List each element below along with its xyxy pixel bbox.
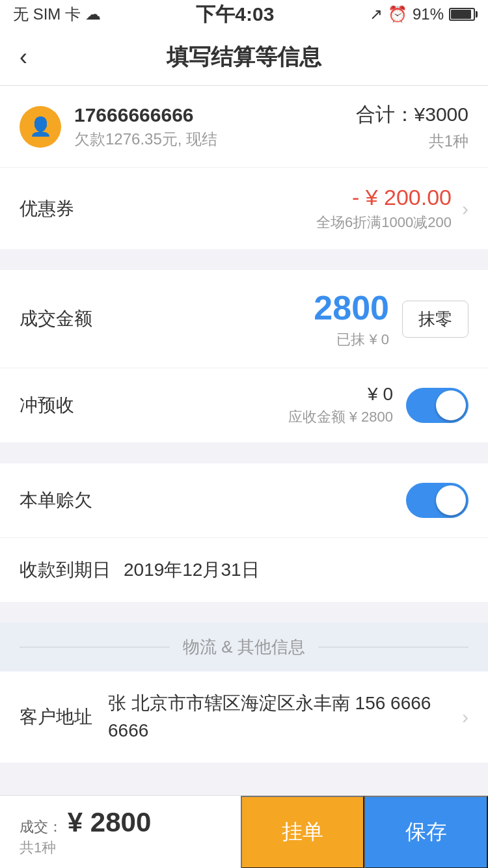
bottom-info: 成交： ¥ 2800 共1种 bbox=[0, 807, 241, 858]
amount-row: 成交金额 2800 已抹 ¥ 0 抹零 bbox=[0, 270, 488, 368]
save-button[interactable]: 保存 bbox=[364, 796, 488, 869]
prereceive-right: ¥ 0 应收金额 ¥ 2800 bbox=[288, 384, 468, 427]
customer-phone: 17666666666 bbox=[74, 104, 217, 126]
battery-icon bbox=[449, 8, 475, 21]
location-icon: ↗ bbox=[370, 5, 383, 23]
avatar: 👤 bbox=[20, 106, 61, 148]
prereceive-amount: ¥ 0 bbox=[288, 384, 393, 405]
bottom-total-label: 成交： bbox=[20, 819, 62, 835]
duedate-row: 收款到期日 2019年12月31日 bbox=[0, 537, 488, 602]
prereceive-toggle[interactable] bbox=[406, 388, 468, 423]
chevron-right-icon: › bbox=[462, 198, 468, 220]
alarm-icon: ⏰ bbox=[388, 5, 407, 23]
amount-value: 2800 bbox=[314, 288, 389, 327]
total-amount: 合计：¥3000 bbox=[356, 102, 468, 128]
status-bar: 无 SIM 卡 ☁ 下午4:03 ↗ ⏰ 91% bbox=[0, 0, 488, 29]
status-right: ↗ ⏰ 91% bbox=[370, 5, 475, 23]
bottom-total-line: 成交： ¥ 2800 bbox=[20, 807, 221, 838]
separator-1 bbox=[0, 260, 488, 270]
address-value: 张 北京市市辖区海淀区永丰南 156 6666 6666 bbox=[108, 690, 455, 744]
logistics-divider: 物流 & 其他信息 bbox=[0, 623, 488, 671]
customer-right: 合计：¥3000 共1种 bbox=[356, 102, 468, 152]
separator-2 bbox=[0, 453, 488, 463]
page-title: 填写结算等信息 bbox=[167, 42, 321, 72]
coupon-right: - ¥ 200.00 全场6折满1000减200 › bbox=[316, 185, 468, 232]
battery-percent: 91% bbox=[413, 5, 444, 23]
status-left: 无 SIM 卡 ☁ bbox=[13, 4, 101, 25]
separator-3 bbox=[0, 612, 488, 623]
avatar-icon: 👤 bbox=[29, 116, 52, 137]
duedate-value: 2019年12月31日 bbox=[124, 558, 260, 582]
debit-toggle[interactable] bbox=[406, 483, 468, 518]
total-count: 共1种 bbox=[356, 131, 468, 152]
bottom-count: 共1种 bbox=[20, 838, 221, 858]
amount-label: 成交金额 bbox=[20, 306, 92, 331]
customer-card: 👤 17666666666 欠款1276.35元, 现结 合计：¥3000 共1… bbox=[0, 86, 488, 249]
round-button[interactable]: 抹零 bbox=[402, 301, 468, 338]
customer-left: 👤 17666666666 欠款1276.35元, 现结 bbox=[20, 104, 217, 150]
customer-info: 17666666666 欠款1276.35元, 现结 bbox=[74, 104, 217, 150]
coupon-row[interactable]: 优惠券 - ¥ 200.00 全场6折满1000减200 › bbox=[0, 167, 488, 249]
back-button[interactable]: ‹ bbox=[20, 44, 27, 71]
pending-button[interactable]: 挂单 bbox=[241, 796, 364, 869]
discount-sub: 全场6折满1000减200 bbox=[316, 213, 452, 232]
address-row[interactable]: 客户地址 张 北京市市辖区海淀区永丰南 156 6666 6666 › bbox=[0, 671, 488, 763]
amount-right: 2800 已抹 ¥ 0 抹零 bbox=[314, 288, 468, 349]
coupon-label: 优惠券 bbox=[20, 197, 74, 221]
debit-row: 本单赊欠 bbox=[0, 463, 488, 537]
prereceive-row: 冲预收 ¥ 0 应收金额 ¥ 2800 bbox=[0, 368, 488, 442]
battery-fill bbox=[451, 10, 471, 19]
content-area: 👤 17666666666 欠款1276.35元, 现结 合计：¥3000 共1… bbox=[0, 86, 488, 868]
amount-sub: 已抹 ¥ 0 bbox=[314, 330, 389, 349]
prereceive-sub: 应收金额 ¥ 2800 bbox=[288, 407, 393, 427]
address-label: 客户地址 bbox=[20, 705, 92, 729]
duedate-label: 收款到期日 bbox=[20, 558, 111, 582]
divider-line-right bbox=[318, 647, 468, 647]
nav-bar: ‹ 填写结算等信息 bbox=[0, 29, 488, 86]
sim-status: 无 SIM 卡 ☁ bbox=[13, 4, 101, 25]
bottom-bar: 成交： ¥ 2800 共1种 挂单 保存 bbox=[0, 795, 488, 868]
customer-sub: 欠款1276.35元, 现结 bbox=[74, 129, 217, 150]
divider-line-left bbox=[20, 647, 170, 647]
address-chevron-icon: › bbox=[462, 706, 468, 728]
bottom-total-amount: ¥ 2800 bbox=[68, 807, 151, 837]
divider-text: 物流 & 其他信息 bbox=[183, 636, 305, 658]
discount-amount: - ¥ 200.00 bbox=[316, 185, 452, 210]
status-time: 下午4:03 bbox=[196, 1, 274, 28]
amount-section: 成交金额 2800 已抹 ¥ 0 抹零 冲预收 ¥ 0 应收金额 ¥ 2800 bbox=[0, 270, 488, 442]
debit-card: 本单赊欠 收款到期日 2019年12月31日 bbox=[0, 463, 488, 602]
debit-label: 本单赊欠 bbox=[20, 488, 92, 513]
prereceive-label: 冲预收 bbox=[20, 393, 74, 418]
customer-row: 👤 17666666666 欠款1276.35元, 现结 合计：¥3000 共1… bbox=[0, 86, 488, 167]
prereceive-values: ¥ 0 应收金额 ¥ 2800 bbox=[288, 384, 393, 427]
